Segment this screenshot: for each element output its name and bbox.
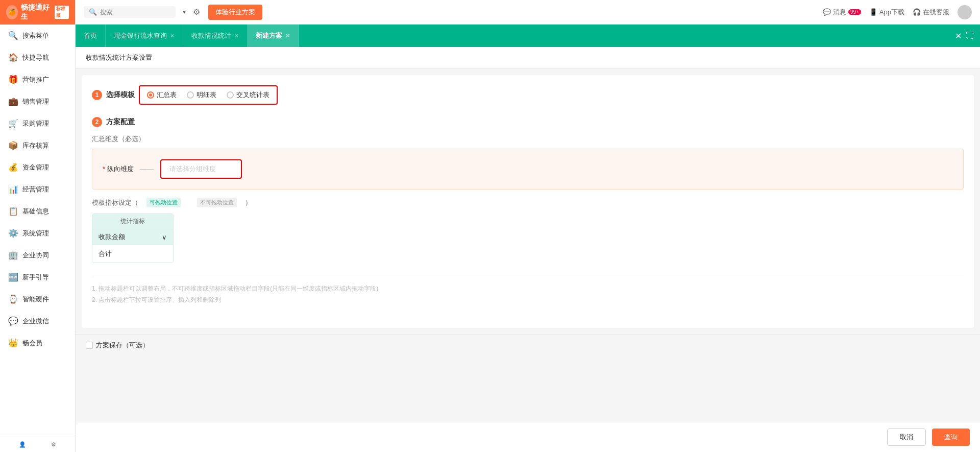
system-icon: ⚙️ bbox=[8, 228, 18, 238]
footer-actions: 取消 查询 bbox=[76, 422, 980, 452]
quicknav-icon: 🏠 bbox=[8, 53, 18, 62]
tip-line-1: 1. 拖动标题栏可以调整布局，不可跨维度或指标区域拖动栏目字段(只能在同一维度或… bbox=[92, 283, 964, 295]
metrics-col-header: 收款金额 ∨ bbox=[92, 229, 173, 245]
radio-detail[interactable]: 明细表 bbox=[187, 90, 216, 100]
sidebar-item-label: 畅会员 bbox=[22, 339, 42, 348]
step2-badge: 2 bbox=[92, 117, 102, 127]
sidebar-item-system[interactable]: ⚙️ 系统管理 bbox=[0, 222, 75, 244]
sidebar: 🍊 畅捷通好生 标准版 🔍 搜索菜单 🏠 快捷导航 🎁 营销推广 💼 销售管理 … bbox=[0, 0, 76, 452]
metrics-label-text: 模板指标设定（ bbox=[92, 198, 138, 207]
download-item[interactable]: 📱 App下载 bbox=[869, 8, 904, 17]
tip-line-2: 2. 点击标题栏下拉可设置排序、插入列和删除列 bbox=[92, 295, 964, 306]
inventory-icon: 📦 bbox=[8, 140, 18, 150]
user-avatar[interactable] bbox=[958, 5, 972, 19]
topbar: 🔍 ▼ ⚙ 体验行业方案 💬 消息 99+ 📱 App下载 🎧 在线客服 bbox=[76, 0, 980, 25]
notification-label: 消息 bbox=[833, 8, 846, 17]
vertical-label: * 纵向维度 bbox=[103, 164, 134, 174]
sidebar-item-search[interactable]: 🔍 搜索菜单 bbox=[0, 25, 75, 46]
page-title: 收款情况统计方案设置 bbox=[86, 54, 152, 61]
brand-name: 畅捷通好生 bbox=[21, 3, 51, 21]
sidebar-item-hardware[interactable]: ⌚ 智能硬件 bbox=[0, 288, 75, 310]
radio-label-detail: 明细表 bbox=[197, 90, 216, 100]
sidebar-item-label: 库存核算 bbox=[22, 141, 49, 150]
support-item[interactable]: 🎧 在线客服 bbox=[913, 8, 949, 17]
tab-close-icon[interactable]: ✕ bbox=[170, 33, 175, 39]
sidebar-item-quicknav[interactable]: 🏠 快捷导航 bbox=[0, 46, 75, 68]
sidebar-item-inventory[interactable]: 📦 库存核算 bbox=[0, 134, 75, 156]
save-option[interactable]: 方案保存（可选） bbox=[86, 341, 149, 350]
search-box[interactable]: 🔍 bbox=[84, 6, 176, 18]
step1-header: 1 选择模板 汇总表 明细表 交叉统计表 bbox=[92, 85, 964, 105]
wechat-icon: 💬 bbox=[8, 316, 18, 326]
metrics-label-row: 模板指标设定（ 可拖动位置 不可拖动位置 ） bbox=[92, 198, 964, 207]
sidebar-item-label: 营销推广 bbox=[22, 75, 49, 84]
close-icon[interactable]: ✕ bbox=[955, 31, 962, 41]
content-area: 收款情况统计方案设置 1 选择模板 汇总表 明细表 bbox=[76, 47, 980, 422]
form-container: 1 选择模板 汇总表 明细表 交叉统计表 bbox=[82, 75, 974, 328]
sidebar-item-member[interactable]: 👑 畅会员 bbox=[0, 332, 75, 354]
save-checkbox[interactable] bbox=[86, 342, 93, 349]
tips-section: 1. 拖动标题栏可以调整布局，不可跨维度或指标区域拖动栏目字段(只能在同一维度或… bbox=[92, 275, 964, 305]
dimension-arrow: —— bbox=[140, 165, 154, 173]
industry-button[interactable]: 体验行业方案 bbox=[208, 5, 262, 20]
sidebar-item-enterprise[interactable]: 🏢 企业协同 bbox=[0, 244, 75, 266]
guide-icon: 🆕 bbox=[8, 272, 18, 282]
notification-item[interactable]: 💬 消息 99+ bbox=[823, 8, 861, 17]
step1-badge: 1 bbox=[92, 90, 102, 100]
tab-close-icon[interactable]: ✕ bbox=[285, 33, 290, 39]
sidebar-item-marketing[interactable]: 🎁 营销推广 bbox=[0, 68, 75, 90]
sidebar-item-finance[interactable]: 💰 资金管理 bbox=[0, 156, 75, 178]
gear-icon[interactable]: ⚙ bbox=[193, 7, 200, 17]
query-button[interactable]: 查询 bbox=[932, 429, 970, 446]
sidebar-item-purchase[interactable]: 🛒 采购管理 bbox=[0, 112, 75, 134]
page-header: 收款情况统计方案设置 bbox=[76, 47, 980, 69]
basic-icon: 📋 bbox=[8, 206, 18, 216]
sidebar-item-basic[interactable]: 📋 基础信息 bbox=[0, 200, 75, 222]
search-icon: 🔍 bbox=[89, 8, 97, 16]
enterprise-icon: 🏢 bbox=[8, 250, 18, 260]
dimension-row: * 纵向维度 —— 请选择分组维度 bbox=[103, 159, 953, 179]
radio-cross[interactable]: 交叉统计表 bbox=[227, 90, 270, 100]
hardware-icon: ⌚ bbox=[8, 294, 18, 304]
sidebar-item-operations[interactable]: 📊 经营管理 bbox=[0, 178, 75, 200]
sidebar-bottom: 👤 ⚙ bbox=[0, 437, 75, 452]
sidebar-item-label: 企业协同 bbox=[22, 251, 49, 260]
search-icon: 🔍 bbox=[8, 31, 18, 40]
support-icon: 🎧 bbox=[913, 8, 921, 16]
col-dropdown-icon[interactable]: ∨ bbox=[162, 233, 167, 241]
tab-receipts[interactable]: 收款情况统计 ✕ bbox=[183, 25, 248, 47]
step2-title: 方案配置 bbox=[106, 117, 135, 127]
search-input[interactable] bbox=[100, 9, 161, 16]
marketing-icon: 🎁 bbox=[8, 75, 18, 84]
metrics-close: ） bbox=[245, 198, 252, 207]
tab-new-plan[interactable]: 新建方案 ✕ bbox=[248, 25, 299, 47]
message-icon: 💬 bbox=[823, 8, 831, 16]
non-draggable-tag: 不可拖动位置 bbox=[197, 198, 237, 207]
metrics-col-row: 合计 bbox=[92, 245, 173, 263]
sidebar-item-label: 采购管理 bbox=[22, 119, 49, 128]
tab-cash-flow[interactable]: 现金银行流水查询 ✕ bbox=[106, 25, 183, 47]
sidebar-item-label: 基础信息 bbox=[22, 207, 49, 216]
chevron-down-icon[interactable]: ▼ bbox=[182, 9, 187, 15]
tabbar: 首页 现金银行流水查询 ✕ 收款情况统计 ✕ 新建方案 ✕ ✕ ⛶ bbox=[76, 25, 980, 47]
topbar-right: 💬 消息 99+ 📱 App下载 🎧 在线客服 bbox=[823, 5, 972, 19]
tab-close-icon[interactable]: ✕ bbox=[234, 33, 239, 39]
dimension-select[interactable]: 请选择分组维度 bbox=[160, 159, 242, 179]
radio-summary[interactable]: 汇总表 bbox=[147, 90, 177, 100]
tab-home[interactable]: 首页 bbox=[76, 25, 106, 47]
sidebar-item-wechat[interactable]: 💬 企业微信 bbox=[0, 310, 75, 332]
sidebar-item-sales[interactable]: 💼 销售管理 bbox=[0, 90, 75, 112]
dimension-section-label: 汇总维度（必选） bbox=[92, 134, 964, 144]
main-area: 🔍 ▼ ⚙ 体验行业方案 💬 消息 99+ 📱 App下载 🎧 在线客服 bbox=[76, 0, 980, 452]
sidebar-item-label: 搜索菜单 bbox=[22, 31, 49, 40]
sidebar-logo: 🍊 畅捷通好生 标准版 bbox=[0, 0, 75, 25]
cancel-button[interactable]: 取消 bbox=[887, 429, 926, 446]
save-label: 方案保存（可选） bbox=[96, 341, 149, 350]
expand-icon[interactable]: ⛶ bbox=[966, 31, 974, 40]
radio-label-cross: 交叉统计表 bbox=[236, 90, 270, 100]
sidebar-bottom-settings[interactable]: ⚙ bbox=[51, 441, 56, 448]
download-icon: 📱 bbox=[869, 8, 877, 16]
sidebar-item-guide[interactable]: 🆕 新手引导 bbox=[0, 266, 75, 288]
sidebar-bottom-avatar[interactable]: 👤 bbox=[19, 441, 26, 448]
sidebar-item-label: 企业微信 bbox=[22, 317, 49, 326]
